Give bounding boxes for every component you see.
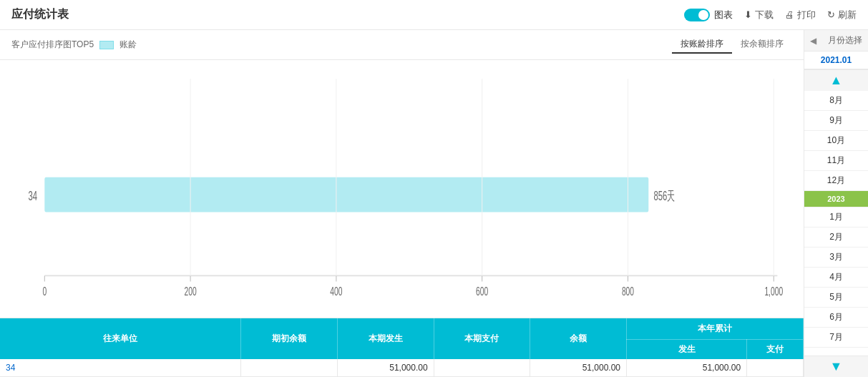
header-actions: 图表 ⬇ 下载 🖨 打印 ↻ 刷新 bbox=[684, 9, 857, 21]
download-icon: ⬇ bbox=[744, 9, 752, 20]
month-nav-down[interactable]: ▼ bbox=[804, 356, 868, 377]
main-content: 客户应付排序图TOP5 账龄 按账龄排序 按余额排序 34 bbox=[0, 30, 868, 377]
sidebar-collapse-icon[interactable]: ◀ bbox=[810, 36, 816, 46]
cell-current-pay bbox=[434, 359, 530, 377]
chart-toggle-wrap: 图表 bbox=[684, 9, 733, 21]
svg-text:600: 600 bbox=[476, 285, 488, 298]
header: 应付统计表 图表 ⬇ 下载 🖨 打印 ↻ 刷新 bbox=[0, 0, 868, 30]
month-item[interactable]: 12月 bbox=[804, 171, 868, 191]
col-opening: 期初余额 bbox=[241, 318, 338, 359]
page-title: 应付统计表 bbox=[11, 7, 69, 22]
svg-text:800: 800 bbox=[622, 285, 634, 298]
refresh-icon: ↻ bbox=[827, 9, 835, 20]
svg-text:0: 0 bbox=[42, 285, 47, 298]
svg-text:856天: 856天 bbox=[654, 188, 676, 202]
svg-text:34: 34 bbox=[28, 188, 37, 202]
table-area: 往来单位 期初余额 本期发生 本期支付 余额 本年累计 发生 支付 bbox=[0, 318, 804, 377]
data-table: 往来单位 期初余额 本期发生 本期支付 余额 本年累计 发生 支付 bbox=[0, 318, 804, 377]
month-item[interactable]: 6月 bbox=[804, 308, 868, 328]
month-item[interactable]: 5月 bbox=[804, 288, 868, 308]
cell-ytd-pay bbox=[747, 359, 804, 377]
print-icon: 🖨 bbox=[785, 9, 794, 20]
month-item[interactable]: 8月 bbox=[804, 91, 868, 111]
year-marker-item[interactable]: 2023 bbox=[804, 191, 868, 207]
chart-toggle-label: 图表 bbox=[714, 9, 733, 21]
chart-header: 客户应付排序图TOP5 账龄 按账龄排序 按余额排序 bbox=[0, 30, 804, 60]
legend-color-box bbox=[99, 41, 114, 49]
table-wrapper: 往来单位 期初余额 本期发生 本期支付 余额 本年累计 发生 支付 bbox=[0, 318, 804, 377]
month-nav-up[interactable]: ▲ bbox=[804, 69, 868, 91]
table-row: 34 51,000.00 51,000.00 51,000.00 bbox=[0, 359, 804, 377]
sort-by-balance-button[interactable]: 按账龄排序 bbox=[672, 36, 732, 54]
month-item[interactable]: 3月 bbox=[804, 248, 868, 268]
chart-bar bbox=[44, 177, 648, 212]
col-current-pay: 本期支付 bbox=[434, 318, 530, 359]
download-button[interactable]: ⬇ 下载 bbox=[744, 9, 774, 21]
month-item[interactable]: 1月 bbox=[804, 207, 868, 227]
month-item[interactable]: 7月 bbox=[804, 328, 868, 348]
print-button[interactable]: 🖨 打印 bbox=[785, 9, 816, 21]
cell-opening bbox=[241, 359, 338, 377]
col-ytd-occur: 发生 bbox=[627, 340, 747, 360]
month-item[interactable]: 2月 bbox=[804, 227, 868, 248]
chart-panel: 客户应付排序图TOP5 账龄 按账龄排序 按余额排序 34 bbox=[0, 30, 804, 377]
refresh-label: 刷新 bbox=[838, 9, 857, 21]
col-current-occur: 本期发生 bbox=[337, 318, 434, 359]
download-label: 下载 bbox=[755, 9, 774, 21]
col-ytd-pay: 支付 bbox=[747, 340, 804, 360]
sidebar-months: 8月9月10月11月12月20231月2月3月4月5月6月7月 bbox=[804, 91, 868, 356]
svg-text:200: 200 bbox=[185, 285, 197, 298]
month-item[interactable]: 9月 bbox=[804, 111, 868, 131]
svg-text:400: 400 bbox=[330, 285, 342, 298]
cell-ytd-occur: 51,000.00 bbox=[627, 359, 747, 377]
month-item[interactable]: 10月 bbox=[804, 131, 868, 151]
chart-area: 34 856天 0 200 4 bbox=[0, 60, 804, 318]
page-container: 应付统计表 图表 ⬇ 下载 🖨 打印 ↻ 刷新 bbox=[0, 0, 868, 377]
chevron-down-icon[interactable]: ▼ bbox=[830, 359, 843, 374]
legend-color-label: 账龄 bbox=[120, 39, 137, 51]
sidebar-title: 月份选择 bbox=[828, 34, 862, 46]
month-item[interactable]: 4月 bbox=[804, 268, 868, 288]
col-balance: 余额 bbox=[530, 318, 627, 359]
chart-toggle[interactable] bbox=[684, 9, 710, 21]
svg-text:1,000: 1,000 bbox=[764, 285, 783, 298]
col-unit: 往来单位 bbox=[0, 318, 241, 359]
cell-unit[interactable]: 34 bbox=[0, 359, 241, 377]
legend-text: 客户应付排序图TOP5 bbox=[11, 39, 94, 51]
chart-legend: 客户应付排序图TOP5 账龄 bbox=[11, 39, 137, 51]
cell-balance: 51,000.00 bbox=[530, 359, 627, 377]
sidebar-date[interactable]: 2021.01 bbox=[804, 52, 868, 69]
sort-by-amount-button[interactable]: 按余额排序 bbox=[732, 36, 792, 54]
month-item[interactable]: 11月 bbox=[804, 151, 868, 171]
refresh-button[interactable]: ↻ 刷新 bbox=[827, 9, 857, 21]
print-label: 打印 bbox=[797, 9, 816, 21]
sidebar-header: ◀ 月份选择 bbox=[804, 30, 868, 52]
chart-sort-buttons: 按账龄排序 按余额排序 bbox=[672, 36, 792, 54]
cell-current-occur: 51,000.00 bbox=[337, 359, 434, 377]
col-ytd: 本年累计 bbox=[627, 318, 804, 340]
chart-svg: 34 856天 0 200 4 bbox=[11, 67, 792, 310]
sidebar: ◀ 月份选择 2021.01 ▲ 8月9月10月11月12月20231月2月3月… bbox=[804, 30, 868, 377]
chevron-up-icon[interactable]: ▲ bbox=[830, 73, 843, 88]
